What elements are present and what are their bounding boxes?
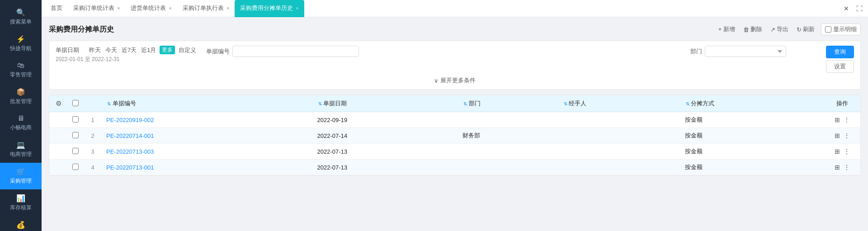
- sidebar: 🔍搜索菜单⚡快捷导航🛍零售管理📦批发管理🖥小畅电商💻电商管理🛒采购管理📊库存核算…: [0, 0, 42, 231]
- row-checkbox-2[interactable]: [72, 148, 79, 154]
- bill-no-link-0[interactable]: PE-20220919-002: [106, 117, 154, 123]
- query-btn[interactable]: 查询: [826, 46, 854, 58]
- sidebar-item-ecom-small[interactable]: 🖥小畅电商: [0, 110, 42, 136]
- tab-purchase-order-exec[interactable]: 采购订单执行表×: [177, 0, 235, 17]
- row-index-2: 3: [84, 144, 102, 160]
- more-icon-2[interactable]: ⋮: [844, 148, 850, 155]
- delete-btn[interactable]: 🗑 删除: [741, 24, 764, 34]
- page-header: 采购费用分摊单历史 + 新增 🗑 删除 ↗ 导出 ↻ 刷新 显示明细: [49, 24, 861, 35]
- sort-icon: ⇅: [463, 101, 467, 106]
- sidebar-item-search[interactable]: 🔍搜索菜单: [0, 4, 42, 30]
- row-settings-0: [49, 112, 67, 128]
- tab-goods-stats[interactable]: 进货单统计表×: [125, 0, 177, 17]
- row-bill-no-1: PE-20220714-001: [102, 128, 313, 144]
- row-bill-date-3: 2022-07-13: [313, 160, 458, 175]
- content-area: 采购费用分摊单历史 + 新增 🗑 删除 ↗ 导出 ↻ 刷新 显示明细: [42, 17, 868, 231]
- date-label: 单据日期: [56, 46, 79, 54]
- sidebar-item-retail[interactable]: 🛍零售管理: [0, 57, 42, 83]
- row-op-0: ⊞ ⋮: [824, 112, 860, 128]
- bill-no-label: 单据编号: [206, 47, 230, 56]
- dept-select[interactable]: [705, 46, 786, 57]
- row-dept-3: [458, 160, 558, 175]
- tab-label-purchase-cost-history: 采购费用分摊单历史: [240, 4, 293, 12]
- refresh-btn[interactable]: ↻ 刷新: [795, 24, 816, 34]
- date-7days[interactable]: 近7天: [121, 46, 137, 54]
- main-content: 首页采购订单统计表×进货单统计表×采购订单执行表×采购费用分摊单历史× ✕ ⛶ …: [42, 0, 868, 231]
- row-bill-date-0: 2022-09-19: [313, 112, 458, 128]
- view-icon-2[interactable]: ⊞: [835, 148, 840, 155]
- date-custom[interactable]: 自定义: [178, 46, 197, 54]
- bill-no-col-header[interactable]: ⇅ 单据编号: [102, 95, 313, 112]
- row-checkbox-1[interactable]: [72, 132, 79, 138]
- view-icon-1[interactable]: ⊞: [835, 132, 840, 139]
- tab-close-purchase-cost-history[interactable]: ×: [296, 5, 298, 11]
- tab-purchase-cost-history[interactable]: 采购费用分摊单历史×: [235, 0, 304, 17]
- row-split-method-3: 按金额: [680, 160, 824, 175]
- view-icon-0[interactable]: ⊞: [835, 116, 840, 123]
- tab-home[interactable]: 首页: [45, 0, 68, 17]
- date-more[interactable]: 更多: [160, 46, 175, 54]
- sort-icon: ⇅: [107, 101, 111, 106]
- row-checkbox-cell-3: [67, 160, 84, 175]
- row-checkbox-0[interactable]: [72, 116, 79, 123]
- row-handler-1: [558, 128, 680, 144]
- column-settings-icon[interactable]: ⚙: [56, 99, 61, 107]
- bill-no-link-1[interactable]: PE-20220714-001: [106, 132, 154, 139]
- sidebar-item-purchase[interactable]: 🛒采购管理: [0, 163, 42, 189]
- sidebar-item-wholesale[interactable]: 📦批发管理: [0, 83, 42, 110]
- dept-filter-group: 部门: [690, 46, 817, 57]
- more-icon-0[interactable]: ⋮: [844, 116, 850, 123]
- delete-icon: 🗑: [743, 26, 749, 33]
- show-cols-checkbox-label[interactable]: 显示明细: [821, 24, 861, 35]
- table-row: 2 PE-20220714-001 2022-07-14 财务部 按金额 ⊞ ⋮: [49, 128, 860, 144]
- filter-main-row: 单据日期 昨天 今天 近7天 近1月 更多 自定义 2022-01-01 至 2…: [56, 46, 854, 73]
- bill-date-col-header[interactable]: ⇅ 单据日期: [313, 95, 458, 112]
- settings-col-header: ⚙: [49, 95, 67, 112]
- dept-col-header[interactable]: ⇅ 部门: [458, 95, 558, 112]
- split-method-col-header[interactable]: ⇅ 分摊方式: [680, 95, 824, 112]
- sidebar-item-nav[interactable]: ⚡快捷导航: [0, 30, 42, 57]
- date-today[interactable]: 今天: [104, 46, 118, 54]
- add-btn[interactable]: + 新增: [717, 24, 737, 34]
- more-icon-3[interactable]: ⋮: [844, 164, 850, 171]
- op-icons-2: ⊞ ⋮: [829, 148, 856, 155]
- date-shortcuts: 昨天 今天 近7天 近1月 更多 自定义: [88, 46, 197, 54]
- row-index-1: 2: [84, 128, 102, 144]
- more-icon-1[interactable]: ⋮: [844, 132, 850, 139]
- maximize-btn[interactable]: ⛶: [854, 3, 864, 14]
- tab-actions: ✕ ⛶: [842, 3, 864, 14]
- sidebar-item-finance[interactable]: 💰资金管理: [0, 216, 42, 231]
- settings-btn[interactable]: 设置: [826, 60, 854, 73]
- bill-no-filter-group: 单据编号: [206, 46, 681, 57]
- table-row: 4 PE-20220713-001 2022-07-13 按金额 ⊞ ⋮: [49, 160, 860, 175]
- sidebar-item-inventory[interactable]: 📊库存核算: [0, 189, 42, 216]
- bill-no-link-3[interactable]: PE-20220713-001: [106, 164, 154, 171]
- row-checkbox-cell-0: [67, 112, 84, 128]
- tab-close-purchase-order-stats[interactable]: ×: [117, 5, 120, 11]
- export-btn[interactable]: ↗ 导出: [769, 24, 790, 34]
- tab-purchase-order-stats[interactable]: 采购订单统计表×: [68, 0, 125, 17]
- select-all-checkbox[interactable]: [72, 100, 79, 106]
- tab-bar: 首页采购订单统计表×进货单统计表×采购订单执行表×采购费用分摊单历史× ✕ ⛶: [42, 0, 868, 17]
- tab-close-goods-stats[interactable]: ×: [169, 5, 171, 11]
- bill-no-input[interactable]: [232, 46, 359, 57]
- toolbar: + 新增 🗑 删除 ↗ 导出 ↻ 刷新 显示明细: [717, 24, 861, 35]
- date-yesterday[interactable]: 昨天: [88, 46, 102, 54]
- tab-close-purchase-order-exec[interactable]: ×: [226, 5, 229, 11]
- dept-label: 部门: [690, 47, 702, 56]
- handler-col-header[interactable]: ⇅ 经手人: [558, 95, 680, 112]
- sidebar-item-ecom[interactable]: 💻电商管理: [0, 136, 42, 163]
- select-all-col: [67, 95, 84, 112]
- expand-more-btn[interactable]: ∨ 展开更多条件: [56, 76, 854, 85]
- show-cols-checkbox[interactable]: [825, 26, 831, 33]
- row-settings-2: [49, 144, 67, 160]
- bill-no-link-2[interactable]: PE-20220713-003: [106, 148, 154, 155]
- data-table-container: ⚙ ⇅ 单据编号 ⇅ 单据日期: [49, 95, 861, 176]
- view-icon-3[interactable]: ⊞: [835, 164, 840, 171]
- date-1month[interactable]: 近1月: [140, 46, 157, 54]
- row-checkbox-3[interactable]: [72, 164, 79, 170]
- row-bill-no-0: PE-20220919-002: [102, 112, 313, 128]
- tab-label-goods-stats: 进货单统计表: [131, 4, 166, 12]
- close-window-btn[interactable]: ✕: [842, 3, 851, 14]
- table-body: 1 PE-20220919-002 2022-09-19 按金额 ⊞ ⋮ 2 P…: [49, 112, 860, 175]
